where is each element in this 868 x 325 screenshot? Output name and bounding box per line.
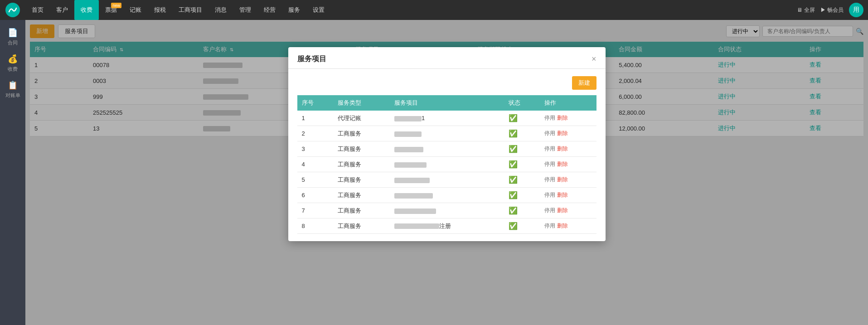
sidebar-label-charge: 收费 [8,66,18,73]
modal-cell-action: 停用 删除 [540,126,596,141]
modal-cell-status: ✅ [504,188,540,203]
list-item: 5工商服务✅停用 删除 [297,172,596,188]
nav-service[interactable]: 服务 [282,0,306,20]
modal-col-seq: 序号 [297,95,334,111]
modal-cell-status: ✅ [504,126,540,141]
stop-button[interactable]: 停用 [544,130,555,137]
sidebar-item-charge[interactable]: 💰 收费 [1,51,24,75]
fullscreen-link[interactable]: 🖥 全屏 [797,6,815,14]
modal-cell-type: 工商服务 [333,141,390,157]
modal-cell-status: ✅ [504,141,540,157]
modal-title: 服务项目 [297,54,326,64]
modal-cell-item: 1 [390,111,504,126]
list-item: 3工商服务✅停用 删除 [297,141,596,157]
modal-cell-item [390,188,504,203]
list-item: 6工商服务✅停用 删除 [297,188,596,203]
nav-bookkeeping[interactable]: 记账 [123,0,148,20]
modal-cell-item [390,141,504,157]
list-item: 1代理记账1✅停用 删除 [297,111,596,126]
modal-cell-type: 工商服务 [333,126,390,141]
sidebar-label-statement: 对账单 [5,92,20,99]
status-check-icon: ✅ [509,114,518,122]
modal-cell-action: 停用 删除 [540,172,596,188]
stop-button[interactable]: 停用 [544,160,555,168]
delete-button[interactable]: 删除 [557,145,568,153]
status-check-icon: ✅ [509,222,518,230]
stop-button[interactable]: 停用 [544,207,555,214]
delete-button[interactable]: 删除 [557,130,568,137]
list-item: 8工商服务注册✅停用 删除 [297,218,596,234]
nav-home[interactable]: 首页 [25,0,50,20]
sidebar-item-statement[interactable]: 📋 对账单 [1,77,24,102]
nav-message[interactable]: 消息 [209,0,233,20]
delete-button[interactable]: 删除 [557,176,568,184]
delete-button[interactable]: 删除 [557,191,568,199]
app-body: 📄 合同 💰 收费 📋 对账单 新增 服务项目 进行中 🔍 [0,20,868,325]
statement-icon: 📋 [8,80,18,90]
modal-cell-item [390,157,504,172]
avatar[interactable]: 用 [849,3,863,17]
nav-tax[interactable]: 报税 [148,0,172,20]
modal-cell-action: 停用 删除 [540,111,596,126]
sidebar-item-contract[interactable]: 📄 合同 [1,24,24,49]
delete-button[interactable]: 删除 [557,222,568,230]
modal-cell-item [390,172,504,188]
modal-cell-seq: 6 [297,188,334,203]
list-item: 2工商服务✅停用 删除 [297,126,596,141]
stop-button[interactable]: 停用 [544,176,555,184]
modal-cell-status: ✅ [504,172,540,188]
modal-cell-type: 工商服务 [333,218,390,234]
status-check-icon: ✅ [509,176,518,184]
modal-cell-type: 工商服务 [333,188,390,203]
list-item: 4工商服务✅停用 删除 [297,157,596,172]
charge-icon: 💰 [8,54,18,64]
modal-cell-action: 停用 删除 [540,218,596,234]
nav-customer[interactable]: 客户 [50,0,74,20]
new-badge: new [111,3,121,8]
modal-col-action: 操作 [540,95,596,111]
nav-operation[interactable]: 经营 [257,0,282,20]
modal-cell-type: 工商服务 [333,172,390,188]
service-table: 序号 服务类型 服务项目 状态 操作 1代理记账1✅停用 删除2工商服务✅停用 … [297,95,596,234]
app-logo [5,2,21,18]
nav-charge[interactable]: 收费 [74,0,99,20]
nav-settings[interactable]: 设置 [306,0,331,20]
stop-button[interactable]: 停用 [544,145,555,153]
top-nav: 首页 客户 收费 票据 new 记账 报税 工商项目 消息 管理 经营 服务 设… [0,0,868,20]
modal-col-item: 服务项目 [390,95,504,111]
modal-header: 服务项目 × [288,47,606,69]
modal-body: 新建 序号 服务类型 服务项目 状态 操作 [288,69,606,241]
status-check-icon: ✅ [509,145,518,153]
modal-cell-item [390,126,504,141]
modal-cell-seq: 3 [297,141,334,157]
modal-table-wrapper: 序号 服务类型 服务项目 状态 操作 1代理记账1✅停用 删除2工商服务✅停用 … [297,95,596,234]
sidebar-label-contract: 合同 [8,39,18,46]
nav-business[interactable]: 工商项目 [172,0,209,20]
modal-cell-action: 停用 删除 [540,141,596,157]
modal-cell-seq: 5 [297,172,334,188]
delete-button[interactable]: 删除 [557,114,568,122]
stop-button[interactable]: 停用 [544,191,555,199]
modal-close-button[interactable]: × [592,54,596,64]
nav-invoice[interactable]: 票据 new [99,0,123,20]
modal-cell-status: ✅ [504,157,540,172]
status-check-icon: ✅ [509,207,518,214]
modal-overlay: 服务项目 × 新建 序号 服务类型 服务项目 [25,20,868,325]
stop-button[interactable]: 停用 [544,222,555,230]
modal-cell-action: 停用 删除 [540,188,596,203]
stop-button[interactable]: 停用 [544,114,555,122]
modal-cell-item [390,203,504,218]
modal-new-button[interactable]: 新建 [572,76,596,90]
modal-col-type: 服务类型 [333,95,390,111]
member-link[interactable]: ▶ 畅会员 [820,6,844,14]
delete-button[interactable]: 删除 [557,207,568,214]
sidebar: 📄 合同 💰 收费 📋 对账单 [0,20,25,325]
modal-cell-type: 工商服务 [333,203,390,218]
status-check-icon: ✅ [509,160,518,168]
status-check-icon: ✅ [509,191,518,199]
modal-cell-action: 停用 删除 [540,203,596,218]
delete-button[interactable]: 删除 [557,160,568,168]
modal-cell-status: ✅ [504,218,540,234]
nav-manage[interactable]: 管理 [233,0,257,20]
contract-icon: 📄 [8,28,18,38]
